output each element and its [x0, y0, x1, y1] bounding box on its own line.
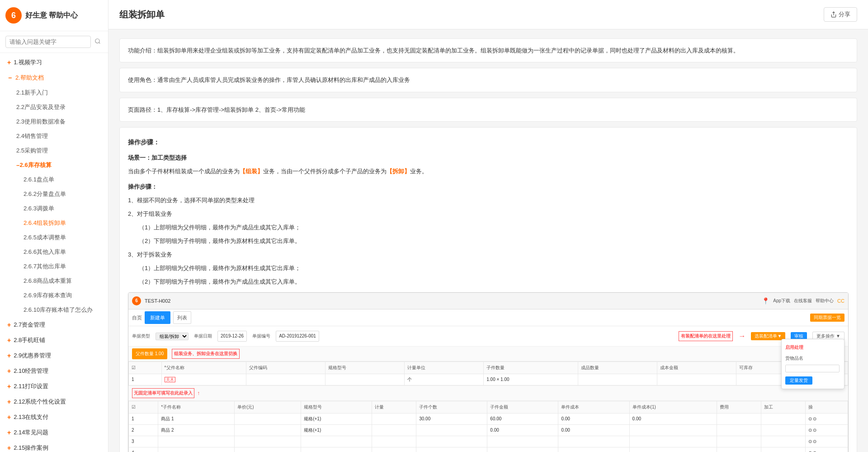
mock-form-section: 单据类型 组装/拆卸 单据日期 2019-12-26 单据编号 AD-20191… — [128, 326, 848, 347]
expand-icon: + — [7, 367, 11, 375]
search-button[interactable] — [93, 36, 103, 48]
table-row: 2 商品 2 规格(+1) 0.00 0.00 — [129, 425, 848, 436]
mock-date[interactable]: 2019-12-26 — [217, 331, 247, 342]
mock-section-label: 父件数量 1.00 — [132, 348, 167, 359]
annotation-switch: 组装业务、拆卸业务在这里切换 — [172, 349, 240, 359]
mock-logo-icon: 6 — [132, 296, 141, 305]
sidebar-item-212[interactable]: + 2.12系统个性化设置 — [0, 394, 108, 409]
mock-lower-annotation-bar: 无固定清单可填写在此处录入 ↑ — [128, 385, 848, 401]
sidebar-item-docs[interactable]: − 2.帮助文档 — [0, 70, 108, 86]
expand-icon: + — [7, 383, 11, 390]
sidebar-item-263[interactable]: 2.6.3调拨单 — [0, 201, 108, 216]
step1: 1、根据不同的业务，选择不同单据的类型来处理 — [128, 195, 849, 206]
mock-form-row: 单据类型 组装/拆卸 单据日期 2019-12-26 单据编号 AD-20191… — [132, 329, 844, 343]
col-product-qty: 成品数量 — [578, 362, 657, 374]
steps-block: 操作步骤： 场景一：加工类型选择 当由多个子件材料组装成一个成品的业务为【组装】… — [119, 127, 857, 452]
mock-upper-section-bar: 父件数量 1.00 组装业务、拆卸业务在这里切换 启用处理 — [128, 347, 848, 362]
sidebar-item-214[interactable]: + 2.14常见问题 — [0, 425, 108, 440]
sidebar-item-264[interactable]: 2.6.4组装拆卸单 — [0, 216, 108, 230]
mock-doc-num[interactable]: AD-20191226-001 — [276, 331, 319, 342]
share-button[interactable]: 分享 — [824, 7, 857, 22]
sidebar-item-268[interactable]: 2.6.8商品成本重算 — [0, 274, 108, 288]
mock-popup-confirm-btn[interactable]: 定量发货 — [785, 376, 812, 385]
mock-btn-select-bom[interactable]: 选装配清单▼ — [751, 332, 785, 340]
mock-btn-billview[interactable]: 同期票据一览 — [810, 314, 844, 322]
mock-table-lower: ☑ *子件名称 单价(元) 规格型号 计量 子件个数 子件金额 单件成本 单件成 — [128, 401, 848, 452]
sidebar-item-261[interactable]: 2.6.1盘点单 — [0, 172, 108, 187]
mock-select-type[interactable]: 组装/拆卸 — [156, 333, 189, 340]
col-child-qty: 子件数量 — [484, 362, 578, 374]
collapse-sub-icon: − — [16, 162, 20, 169]
mock-tab-home[interactable]: 自页 — [132, 313, 142, 323]
step2-1: （1）上部明细为父件明细，最终作为产成品生成其它入库单； — [139, 222, 849, 233]
app-title: 好生意 帮助中心 — [25, 11, 78, 20]
col-parent-code: 父件编码 — [246, 362, 326, 374]
col-header: ☑ — [129, 362, 162, 374]
mock-tab-list[interactable]: 列表 — [173, 311, 191, 324]
role-block: 使用角色：通常由生产人员或库管人员完成拆装业务的操作，库管人员确认原材料的出库和… — [119, 68, 857, 92]
mock-nav-tabs: 自页 新建单 列表 同期票据一览 — [128, 309, 848, 326]
mock-ui: 6 TEST-H002 📍 App下载 在线客服 帮助中心 CC 自页 — [128, 293, 848, 452]
scene1-title: 场景一：加工类型选择 — [128, 152, 849, 164]
search-box — [0, 31, 108, 53]
page-title: 组装拆卸单 — [119, 9, 165, 21]
content-area: 功能介绍：组装拆卸单用来处理企业组装或拆卸等加工业务，支持有固定装配清单的产品加… — [108, 29, 868, 452]
sidebar-item-21[interactable]: 2.1新手入门 — [0, 86, 108, 100]
col-unit: 计量单位 — [405, 362, 484, 374]
main-content: 组装拆卸单 分享 功能介绍：组装拆卸单用来处理企业组装或拆卸等加工业务，支持有固… — [108, 0, 868, 452]
sidebar-item-210[interactable]: + 2.10经营管理 — [0, 363, 108, 379]
annotation-enable: 启用处理 — [785, 343, 840, 352]
expand-icon: + — [7, 414, 11, 421]
sidebar-item-27[interactable]: + 2.7资金管理 — [0, 317, 108, 333]
sidebar-item-211[interactable]: + 2.11打印设置 — [0, 379, 108, 394]
sidebar-item-26[interactable]: − 2.6库存核算 — [0, 158, 108, 172]
sidebar-item-25[interactable]: 2.5采购管理 — [0, 143, 108, 158]
sidebar-item-215[interactable]: + 2.15操作案例 — [0, 440, 108, 452]
mock-popup-input[interactable] — [785, 365, 840, 372]
annotation-lower: 无固定清单可填写在此处录入 — [132, 388, 194, 398]
sidebar-item-28[interactable]: + 2.8手机旺铺 — [0, 333, 108, 348]
sidebar-item-29[interactable]: + 2.9优惠券管理 — [0, 348, 108, 363]
main-header: 组装拆卸单 分享 — [108, 0, 868, 29]
sidebar-item-213[interactable]: + 2.13在线支付 — [0, 409, 108, 425]
step3-1: （1）上部明细为父件明细，最终作为原材料生成其它出库单； — [139, 262, 849, 274]
sidebar-item-265[interactable]: 2.6.5成本调整单 — [0, 230, 108, 245]
expand-icon: + — [7, 444, 11, 452]
sidebar-item-video[interactable]: + 1.视频学习 — [0, 55, 108, 70]
sidebar-item-23[interactable]: 2.3使用前数据准备 — [0, 114, 108, 129]
mock-topbar: 6 TEST-H002 📍 App下载 在线客服 帮助中心 CC — [128, 293, 848, 309]
intro-block: 功能介绍：组装拆卸单用来处理企业组装或拆卸等加工业务，支持有固定装配清单的产品加… — [119, 38, 857, 62]
expand-icon: + — [7, 321, 11, 328]
mock-table-upper: ☑ *父件名称 父件编码 规格型号 计量单位 子件数量 成品数量 成本金额 可库 — [128, 362, 848, 385]
screenshot-container: 6 TEST-H002 📍 App下载 在线客服 帮助中心 CC 自页 — [128, 292, 849, 452]
sidebar-item-266[interactable]: 2.6.6其他入库单 — [0, 245, 108, 259]
sidebar-item-262[interactable]: 2.6.2分量盘点单 — [0, 187, 108, 201]
expand-icon: + — [7, 398, 11, 405]
ops-title: 操作步骤： — [128, 136, 849, 148]
mock-upper-table: ☑ *父件名称 父件编码 规格型号 计量单位 子件数量 成品数量 成本金额 可库 — [128, 362, 848, 385]
table-row: 3⊙ ⊙ — [129, 436, 848, 447]
table-row: 4⊙ ⊙ — [129, 447, 848, 452]
annotation-1: 有装配清单的在这里处理 — [679, 331, 733, 341]
col-spec: 规格型号 — [326, 362, 405, 374]
sidebar-item-2610[interactable]: 2.6.10库存账本错了怎么办 — [0, 303, 108, 317]
sidebar-item-label: 2.帮助文档 — [15, 74, 44, 82]
search-input[interactable] — [5, 36, 91, 48]
path-block: 页面路径：1、库存核算->库存管理->组装拆卸单 2、首页->常用功能 — [119, 98, 857, 122]
step3-2: （2）下部明细为子件明细，最终作为产成品生成其它入库单。 — [139, 276, 849, 288]
sidebar-item-24[interactable]: 2.4销售管理 — [0, 129, 108, 143]
sidebar-item-267[interactable]: 2.6.7其他出库单 — [0, 259, 108, 274]
mock-tab-new[interactable]: 新建单 — [145, 311, 170, 324]
sidebar-item-22[interactable]: 2.2产品安装及登录 — [0, 100, 108, 114]
mock-popup-enable: 启用处理 货物品名 定量发货 — [781, 339, 844, 389]
sidebar-item-label: 1.视频学习 — [14, 58, 42, 67]
col-parent-name: *父件名称 — [161, 362, 246, 374]
svg-point-0 — [95, 39, 99, 43]
sidebar-item-269[interactable]: 2.6.9库存账本查询 — [0, 288, 108, 303]
mock-ui-wrapper: 6 TEST-H002 📍 App下载 在线客服 帮助中心 CC 自页 — [128, 293, 848, 452]
expand-icon: + — [7, 429, 11, 436]
expand-icon: + — [7, 59, 11, 66]
mock-lower-table: ☑ *子件名称 单价(元) 规格型号 计量 子件个数 子件金额 单件成本 单件成 — [128, 401, 848, 452]
collapse-icon: − — [7, 74, 13, 81]
sidebar-header: 6 好生意 帮助中心 — [0, 0, 108, 31]
